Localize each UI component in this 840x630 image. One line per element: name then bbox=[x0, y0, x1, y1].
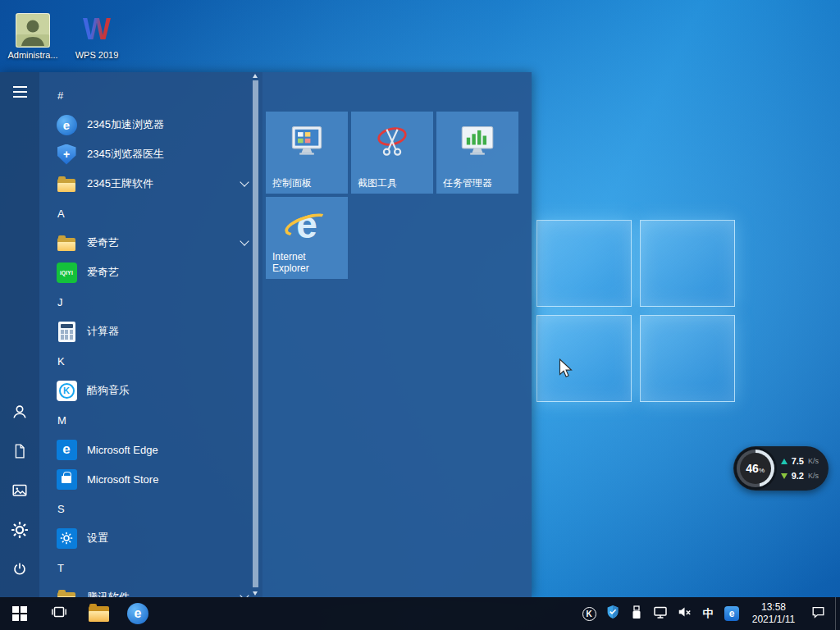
kugou-tray-icon: K bbox=[582, 607, 596, 621]
start-menu: # e 2345加速浏览器 + 2345浏览器医生 2345王牌软件 A 爱奇艺 bbox=[0, 72, 532, 597]
chevron-down-icon[interactable] bbox=[240, 177, 249, 186]
usb-tray-button[interactable] bbox=[628, 597, 646, 630]
desktop-icon-administrator[interactable]: Administra... bbox=[2, 7, 64, 61]
download-rate: 9.2 K/s bbox=[781, 470, 819, 482]
desktop-icon-wps-2019[interactable]: W WPS 2019 bbox=[66, 7, 128, 61]
app-list-section-j[interactable]: J bbox=[39, 287, 262, 317]
app-item-2345-browser[interactable]: e 2345加速浏览器 bbox=[39, 110, 262, 139]
app-item-microsoft-edge[interactable]: e Microsoft Edge bbox=[39, 435, 262, 464]
start-menu-app-list: # e 2345加速浏览器 + 2345浏览器医生 2345王牌软件 A 爱奇艺 bbox=[39, 72, 262, 597]
usage-gauge: 46% bbox=[737, 450, 774, 487]
app-item-label: 计算器 bbox=[87, 324, 119, 339]
app-item-iqiyi[interactable]: iQIYI 爱奇艺 bbox=[39, 258, 262, 287]
app-group-iqiyi[interactable]: 爱奇艺 bbox=[39, 228, 262, 258]
user-icon bbox=[11, 403, 29, 424]
show-desktop-button[interactable] bbox=[835, 597, 840, 630]
kugou-icon: K bbox=[56, 380, 77, 401]
app-item-label: 2345浏览器医生 bbox=[87, 147, 164, 162]
task-manager-icon bbox=[436, 125, 518, 156]
taskbar-clock[interactable]: 13:58 2021/1/11 bbox=[746, 601, 801, 626]
app-group-2345-software[interactable]: 2345王牌软件 bbox=[39, 169, 262, 199]
scroll-up-arrow-icon[interactable] bbox=[253, 74, 258, 78]
app-item-calculator[interactable]: 计算器 bbox=[39, 317, 262, 346]
calculator-icon bbox=[56, 321, 77, 342]
taskbar: e K bbox=[0, 597, 840, 630]
start-menu-rail bbox=[0, 72, 39, 597]
blue-app-tray-button[interactable]: e bbox=[723, 597, 741, 630]
system-tray: K bbox=[580, 597, 840, 630]
power-button[interactable] bbox=[0, 551, 39, 591]
net-speed-widget[interactable]: 46% 7.5 K/s 9.2 K/s bbox=[733, 446, 829, 491]
app-list-section-m[interactable]: M bbox=[39, 405, 262, 435]
action-center-icon bbox=[810, 605, 826, 623]
2345-browser-icon: e bbox=[56, 114, 77, 135]
scrollbar-thumb[interactable] bbox=[253, 80, 258, 587]
browser-2345-button[interactable]: e bbox=[118, 597, 158, 630]
app-list-section-s[interactable]: S bbox=[39, 494, 262, 523]
windows-start-icon bbox=[12, 606, 27, 621]
ime-indicator[interactable]: 中 bbox=[699, 597, 717, 630]
chevron-down-icon[interactable] bbox=[240, 591, 249, 597]
kugou-tray-button[interactable]: K bbox=[580, 597, 598, 630]
app-list-section-a[interactable]: A bbox=[39, 199, 262, 228]
tile-label: 任务管理器 bbox=[443, 177, 515, 189]
wps-w-icon: W bbox=[66, 7, 128, 48]
app-item-settings[interactable]: 设置 bbox=[39, 523, 262, 553]
app-list-section-k[interactable]: K bbox=[39, 346, 262, 376]
blue-app-icon: e bbox=[724, 606, 739, 621]
expand-menu-button[interactable] bbox=[0, 72, 39, 112]
app-item-label: 腾讯软件 bbox=[87, 590, 130, 597]
windows-logo-pane bbox=[536, 315, 632, 402]
start-button[interactable] bbox=[0, 597, 39, 630]
network-tray-button[interactable] bbox=[651, 597, 669, 630]
folder-icon bbox=[56, 587, 77, 597]
windows-logo bbox=[536, 220, 735, 402]
download-arrow-icon bbox=[781, 473, 788, 479]
2345-doctor-shield-icon: + bbox=[56, 144, 77, 165]
action-center-button[interactable] bbox=[806, 597, 829, 630]
file-explorer-button[interactable] bbox=[79, 597, 118, 630]
app-item-kugou[interactable]: K 酷狗音乐 bbox=[39, 376, 262, 405]
tile-task-manager[interactable]: 任务管理器 bbox=[436, 112, 518, 194]
pictures-icon bbox=[11, 482, 29, 503]
app-list-scrollbar[interactable] bbox=[253, 72, 258, 597]
administrator-avatar-icon bbox=[2, 7, 64, 48]
tile-control-panel[interactable]: 控制面板 bbox=[266, 112, 348, 194]
desktop-icon-label: WPS 2019 bbox=[66, 50, 128, 61]
scroll-down-arrow-icon[interactable] bbox=[253, 591, 258, 596]
security-tray-button[interactable] bbox=[604, 597, 622, 630]
tile-label: 控制面板 bbox=[272, 177, 345, 189]
task-view-button[interactable] bbox=[39, 597, 79, 630]
desktop-icon-label: Administra... bbox=[2, 50, 64, 61]
documents-button[interactable] bbox=[0, 433, 39, 472]
app-group-tencent-software[interactable]: 腾讯软件 bbox=[39, 582, 262, 597]
app-item-label: 2345加速浏览器 bbox=[87, 117, 164, 132]
app-list-section-t[interactable]: T bbox=[39, 553, 262, 582]
folder-icon bbox=[56, 232, 77, 253]
pictures-button[interactable] bbox=[0, 472, 39, 512]
user-account-button[interactable] bbox=[0, 394, 39, 433]
clock-date: 2021/1/11 bbox=[748, 614, 799, 626]
volume-tray-button[interactable] bbox=[675, 597, 693, 630]
tile-snipping-tool[interactable]: 截图工具 bbox=[351, 112, 433, 194]
internet-explorer-icon: e bbox=[266, 203, 348, 246]
browser-icon: e bbox=[127, 603, 148, 624]
chevron-down-icon[interactable] bbox=[240, 236, 249, 245]
tile-internet-explorer[interactable]: e Internet Explorer bbox=[266, 197, 348, 279]
settings-rail-button[interactable] bbox=[0, 512, 39, 551]
gear-icon bbox=[11, 521, 29, 542]
app-item-microsoft-store[interactable]: Microsoft Store bbox=[39, 464, 262, 494]
iqiyi-icon: iQIYI bbox=[56, 262, 77, 283]
upload-arrow-icon bbox=[781, 459, 788, 464]
folder-icon bbox=[56, 173, 77, 194]
app-list-section-hash[interactable]: # bbox=[39, 80, 262, 110]
settings-gear-icon bbox=[56, 527, 77, 549]
app-item-label: 设置 bbox=[87, 531, 108, 546]
app-item-2345-doctor[interactable]: + 2345浏览器医生 bbox=[39, 139, 262, 169]
usb-device-icon bbox=[631, 605, 642, 623]
shield-icon bbox=[606, 605, 619, 623]
app-item-label: Microsoft Store bbox=[87, 473, 158, 486]
app-item-label: 爱奇艺 bbox=[87, 265, 119, 280]
hamburger-menu-icon bbox=[13, 86, 27, 98]
app-item-label: 爱奇艺 bbox=[87, 235, 119, 250]
